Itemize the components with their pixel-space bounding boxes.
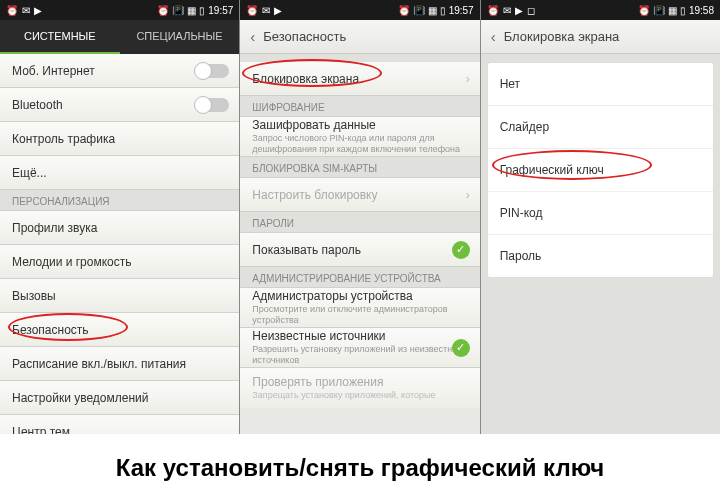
row-bluetooth[interactable]: Bluetooth: [0, 88, 239, 122]
signal-icon: ▦: [668, 5, 677, 16]
row-sim-setup[interactable]: Настроить блокировку›: [240, 178, 479, 212]
alarm2-icon: ⏰: [157, 5, 169, 16]
header-title: Блокировка экрана: [504, 29, 620, 44]
status-bar: ⏰✉▶◻ ⏰📳▦▯19:58: [481, 0, 720, 20]
toggle-icon[interactable]: [195, 64, 229, 78]
caption-area: Как установить/снять графический ключ: [0, 434, 720, 502]
tabs: СИСТЕМНЫЕ СПЕЦИАЛЬНЫЕ: [0, 20, 239, 54]
row-mobile-internet[interactable]: Моб. Интернет: [0, 54, 239, 88]
check-on-icon[interactable]: ✓: [452, 241, 470, 259]
status-bar: ⏰✉▶ ⏰📳▦▯19:57: [240, 0, 479, 20]
row-notifications[interactable]: Настройки уведомлений: [0, 381, 239, 415]
row-show-password[interactable]: Показывать пароль✓: [240, 233, 479, 267]
tutorial-image: ⏰ ✉ ▶ ⏰ 📳 ▦ ▯ 19:57 СИСТЕМНЫЕ СПЕЦИАЛЬНЫ…: [0, 0, 720, 502]
row-themes[interactable]: Центр тем: [0, 415, 239, 434]
tab-system[interactable]: СИСТЕМНЫЕ: [0, 20, 120, 54]
play-icon: ▶: [274, 5, 282, 16]
section-personalization: ПЕРСОНАЛИЗАЦИЯ: [0, 190, 239, 211]
chevron-right-icon: ›: [466, 188, 470, 202]
vibrate-icon: 📳: [653, 5, 665, 16]
header-title: Безопасность: [263, 29, 346, 44]
battery-icon: ▯: [680, 5, 686, 16]
tab-special[interactable]: СПЕЦИАЛЬНЫЕ: [120, 20, 240, 54]
section-passwords: ПАРОЛИ: [240, 212, 479, 233]
alarm-icon: ⏰: [6, 5, 18, 16]
screens-row: ⏰ ✉ ▶ ⏰ 📳 ▦ ▯ 19:57 СИСТЕМНЫЕ СПЕЦИАЛЬНЫ…: [0, 0, 720, 434]
play-icon: ▶: [34, 5, 42, 16]
toggle-icon[interactable]: [195, 98, 229, 112]
header-screen-lock: ‹ Блокировка экрана: [481, 20, 720, 54]
clock: 19:58: [689, 5, 714, 16]
settings-list: Моб. Интернет Bluetooth Контроль трафика…: [0, 54, 239, 434]
row-unknown-sources[interactable]: Неизвестные источникиРазрешить установку…: [240, 328, 479, 368]
option-none[interactable]: Нет: [488, 63, 713, 106]
security-list: Блокировка экрана› ШИФРОВАНИЕ Зашифроват…: [240, 54, 479, 434]
screen-1: ⏰ ✉ ▶ ⏰ 📳 ▦ ▯ 19:57 СИСТЕМНЫЕ СПЕЦИАЛЬНЫ…: [0, 0, 240, 434]
chevron-right-icon: ›: [466, 72, 470, 86]
row-power-schedule[interactable]: Расписание вкл./выкл. питания: [0, 347, 239, 381]
row-verify-apps[interactable]: Проверять приложенияЗапрещать установку …: [240, 368, 479, 408]
section-device-admin: АДМИНИСТРИРОВАНИЕ УСТРОЙСТВА: [240, 267, 479, 288]
section-sim-lock: БЛОКИРОВКА SIM-КАРТЫ: [240, 157, 479, 178]
clock: 19:57: [208, 5, 233, 16]
option-password[interactable]: Пароль: [488, 235, 713, 277]
mail-icon: ✉: [22, 5, 30, 16]
option-slider[interactable]: Слайдер: [488, 106, 713, 149]
check-on-icon[interactable]: ✓: [452, 339, 470, 357]
option-pattern[interactable]: Графический ключ: [488, 149, 713, 192]
clock: 19:57: [449, 5, 474, 16]
row-encrypt[interactable]: Зашифровать данныеЗапрос числового PIN-к…: [240, 117, 479, 157]
square-icon: ◻: [527, 5, 535, 16]
section-encryption: ШИФРОВАНИЕ: [240, 96, 479, 117]
options-card: Нет Слайдер Графический ключ PIN-код Пар…: [487, 62, 714, 278]
row-traffic[interactable]: Контроль трафика: [0, 122, 239, 156]
battery-icon: ▯: [440, 5, 446, 16]
row-security[interactable]: Безопасность: [0, 313, 239, 347]
alarm2-icon: ⏰: [398, 5, 410, 16]
lock-options-list: Нет Слайдер Графический ключ PIN-код Пар…: [481, 54, 720, 434]
signal-icon: ▦: [428, 5, 437, 16]
header-security: ‹ Безопасность: [240, 20, 479, 54]
mail-icon: ✉: [262, 5, 270, 16]
alarm2-icon: ⏰: [638, 5, 650, 16]
row-melodies[interactable]: Мелодии и громкость: [0, 245, 239, 279]
alarm-icon: ⏰: [246, 5, 258, 16]
status-bar: ⏰ ✉ ▶ ⏰ 📳 ▦ ▯ 19:57: [0, 0, 239, 20]
row-device-admins[interactable]: Администраторы устройстваПросмотрите или…: [240, 288, 479, 328]
back-icon[interactable]: ‹: [491, 28, 496, 45]
row-calls[interactable]: Вызовы: [0, 279, 239, 313]
screen-2: ⏰✉▶ ⏰📳▦▯19:57 ‹ Безопасность Блокировка …: [240, 0, 480, 434]
play-icon: ▶: [515, 5, 523, 16]
signal-icon: ▦: [187, 5, 196, 16]
vibrate-icon: 📳: [172, 5, 184, 16]
battery-icon: ▯: [199, 5, 205, 16]
caption-text: Как установить/снять графический ключ: [116, 454, 604, 483]
option-pin[interactable]: PIN-код: [488, 192, 713, 235]
row-screen-lock[interactable]: Блокировка экрана›: [240, 62, 479, 96]
row-more[interactable]: Ещё...: [0, 156, 239, 190]
back-icon[interactable]: ‹: [250, 28, 255, 45]
screen-3: ⏰✉▶◻ ⏰📳▦▯19:58 ‹ Блокировка экрана Нет С…: [481, 0, 720, 434]
mail-icon: ✉: [503, 5, 511, 16]
alarm-icon: ⏰: [487, 5, 499, 16]
row-sound-profiles[interactable]: Профили звука: [0, 211, 239, 245]
vibrate-icon: 📳: [413, 5, 425, 16]
